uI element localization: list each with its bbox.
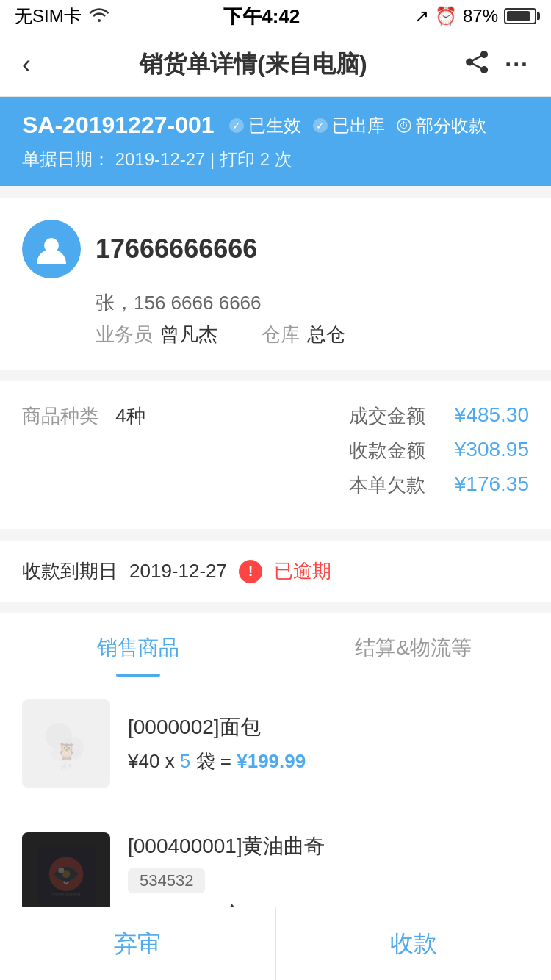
customer-meta: 业务员 曾凡杰 仓库 总仓 bbox=[22, 322, 529, 347]
product-item: 🦉 买+ [0000002]面包 ¥40 x 5 袋 = ¥199.99 bbox=[0, 677, 551, 810]
overdue-warning-icon: ! bbox=[239, 560, 262, 583]
carrier-label: 无SIM卡 bbox=[15, 4, 82, 28]
page-title: 销货单详情(来自电脑) bbox=[66, 48, 441, 81]
badge-effective: ✓ 已生效 bbox=[229, 114, 301, 137]
overdue-text: 已逾期 bbox=[274, 558, 331, 584]
battery-label: 87% bbox=[463, 6, 498, 26]
tab-products[interactable]: 销售商品 bbox=[0, 613, 276, 677]
summary-section: 商品种类 4种 成交金额 ¥485.30 收款金额 ¥308.95 本单欠款 ¥… bbox=[0, 381, 551, 529]
amount-row-received: 收款金额 ¥308.95 bbox=[349, 438, 529, 464]
sales-name: 曾凡杰 bbox=[160, 322, 217, 347]
order-date-info: 单据日期： 2019-12-27 | 打印 2 次 bbox=[22, 148, 529, 171]
check-icon-2: ✓ bbox=[313, 118, 328, 133]
avatar bbox=[22, 220, 81, 278]
customer-row: 17666666666 bbox=[22, 220, 529, 278]
amount-info: 成交金额 ¥485.30 收款金额 ¥308.95 本单欠款 ¥176.35 bbox=[349, 403, 529, 507]
status-left: 无SIM卡 bbox=[15, 4, 109, 28]
more-icon[interactable]: ··· bbox=[505, 51, 529, 78]
clock-icon: ⏱ bbox=[397, 118, 411, 133]
category-label: 商品种类 bbox=[22, 405, 98, 427]
category-info: 商品种类 4种 bbox=[22, 403, 145, 429]
location-icon: ↗ bbox=[414, 6, 429, 26]
status-right: ↗ ⏰ 87% bbox=[414, 6, 536, 26]
order-header-top: SA-20191227-001 ✓ 已生效 ✓ 已出库 ⏱ 部分收款 bbox=[22, 112, 529, 139]
back-button[interactable]: ‹ bbox=[22, 49, 66, 80]
abandon-review-button[interactable]: 弃审 bbox=[0, 907, 276, 980]
badge-partial-paid: ⏱ 部分收款 bbox=[397, 114, 486, 137]
collect-payment-button[interactable]: 收款 bbox=[276, 907, 552, 980]
nav-bar: ‹ 销货单详情(来自电脑) ··· bbox=[0, 32, 551, 97]
customer-section: 17666666666 张，156 6666 6666 业务员 曾凡杰 仓库 总… bbox=[0, 198, 551, 370]
sales-label: 业务员 bbox=[96, 322, 153, 347]
bottom-bar: 弃审 收款 bbox=[0, 907, 551, 980]
customer-name: 张，156 6666 6666 bbox=[22, 290, 529, 316]
order-header: SA-20191227-001 ✓ 已生效 ✓ 已出库 ⏱ 部分收款 单据日期：… bbox=[0, 97, 551, 186]
warehouse-label: 仓库 bbox=[262, 322, 300, 347]
amount-row-total: 成交金额 ¥485.30 bbox=[349, 403, 529, 429]
tabs: 销售商品 结算&物流等 bbox=[0, 613, 551, 677]
status-badges: ✓ 已生效 ✓ 已出库 ⏱ 部分收款 bbox=[229, 114, 486, 137]
battery-icon bbox=[504, 8, 536, 24]
svg-text:🦉: 🦉 bbox=[57, 741, 77, 761]
product-name-1: [0000002]面包 bbox=[128, 713, 529, 741]
status-bar: 无SIM卡 下午4:42 ↗ ⏰ 87% bbox=[0, 0, 551, 32]
svg-text:买+: 买+ bbox=[60, 762, 72, 770]
amount-row-debt: 本单欠款 ¥176.35 bbox=[349, 472, 529, 498]
amount-value: ¥485.30 bbox=[455, 403, 529, 429]
debt-value: ¥176.35 bbox=[455, 472, 529, 498]
svg-point-9 bbox=[62, 870, 71, 878]
wifi-icon bbox=[89, 6, 109, 26]
customer-phone: 17666666666 bbox=[96, 234, 257, 264]
order-id: SA-20191227-001 bbox=[22, 112, 215, 139]
warehouse-info: 仓库 总仓 bbox=[262, 322, 345, 347]
nav-actions: ··· bbox=[441, 48, 529, 80]
due-date-section: 收款到期日 2019-12-27 ! 已逾期 bbox=[0, 541, 551, 602]
alarm-icon: ⏰ bbox=[435, 6, 457, 26]
due-date-label: 收款到期日 bbox=[22, 558, 118, 584]
badge-shipped: ✓ 已出库 bbox=[313, 114, 385, 137]
category-count: 4种 bbox=[115, 405, 145, 427]
svg-text:assassinated: assassinated bbox=[52, 892, 81, 897]
warehouse-name: 总仓 bbox=[307, 322, 345, 347]
due-date-value: 2019-12-27 bbox=[129, 560, 227, 583]
debt-label: 本单欠款 bbox=[349, 472, 425, 498]
received-label: 收款金额 bbox=[349, 438, 425, 464]
status-time: 下午4:42 bbox=[223, 4, 300, 29]
product-image-1: 🦉 买+ bbox=[22, 699, 110, 788]
amount-label: 成交金额 bbox=[349, 403, 425, 429]
share-icon[interactable] bbox=[464, 48, 490, 80]
tab-settlement[interactable]: 结算&物流等 bbox=[276, 613, 551, 677]
received-value: ¥308.95 bbox=[455, 438, 529, 464]
product-info-1: [0000002]面包 ¥40 x 5 袋 = ¥199.99 bbox=[128, 699, 529, 788]
sales-info: 业务员 曾凡杰 bbox=[96, 322, 217, 347]
product-sku-2: 534532 bbox=[128, 868, 529, 893]
product-price-1: ¥40 x 5 袋 = ¥199.99 bbox=[128, 749, 529, 774]
product-name-2: [000400001]黄油曲奇 bbox=[128, 832, 529, 860]
check-icon-1: ✓ bbox=[229, 118, 244, 133]
